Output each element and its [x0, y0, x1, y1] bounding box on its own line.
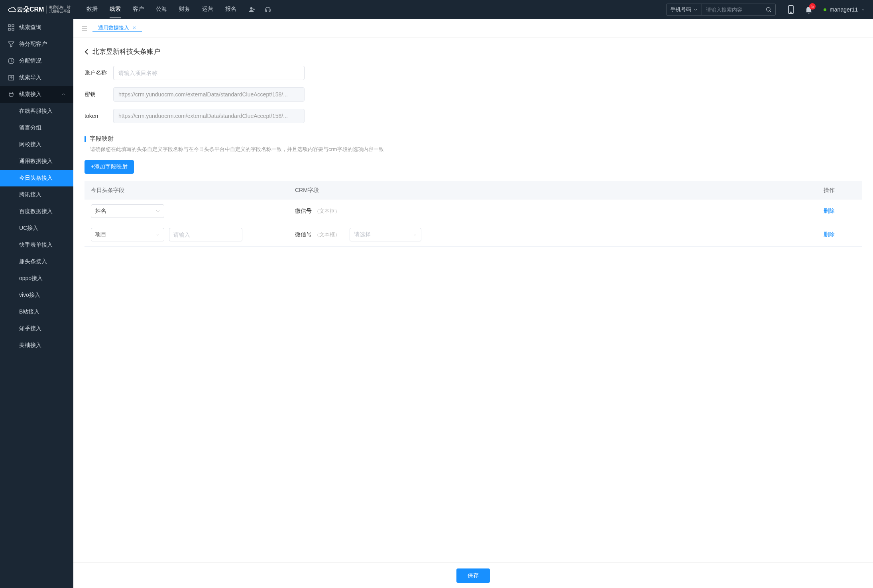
sidebar: 线索查询待分配客户分配情况线索导入线索接入在线客服接入留言分组网校接入通用数据接… [0, 19, 73, 588]
crm-field-display: 微信号（文本框）请选择 [295, 228, 824, 241]
nav-item[interactable]: 公海 [156, 1, 167, 18]
sidebar-sub-item[interactable]: vivo接入 [0, 287, 73, 304]
sidebar-item[interactable]: 线索接入 [0, 86, 73, 103]
account-name-row: 账户名称 [85, 66, 862, 80]
toutiao-field-select[interactable]: 姓名 [91, 204, 164, 218]
secret-row: 密钥 [85, 87, 862, 102]
sidebar-item[interactable]: 线索导入 [0, 69, 73, 86]
chevron-down-icon [156, 233, 160, 236]
sidebar-sub-item[interactable]: 百度数据接入 [0, 203, 73, 220]
nav-item[interactable]: 运营 [202, 1, 213, 18]
account-name-input[interactable] [113, 66, 305, 80]
nav-item[interactable]: 报名 [225, 1, 236, 18]
close-icon[interactable]: ✕ [132, 25, 136, 31]
sidebar-item-label: 线索查询 [19, 24, 41, 31]
svg-rect-5 [12, 25, 14, 27]
account-name-label: 账户名称 [85, 69, 113, 76]
sidebar-sub-item[interactable]: 趣头条接入 [0, 253, 73, 270]
top-nav: 数据线索客户公海财务运营报名 [87, 1, 236, 18]
sidebar-sub-item[interactable]: 腾讯接入 [0, 186, 73, 203]
sidebar-item[interactable]: 线索查询 [0, 19, 73, 36]
th-action: 操作 [824, 187, 855, 194]
delete-row-link[interactable]: 删除 [824, 231, 835, 237]
cloud-icon [8, 6, 17, 13]
save-button[interactable]: 保存 [456, 568, 490, 583]
token-row: token [85, 109, 862, 123]
page-content: 北京昱新科技头条账户 账户名称 密钥 token 字段映射 [73, 37, 873, 588]
chevron-down-icon [861, 8, 865, 11]
crm-field-type: （文本框） [314, 231, 340, 238]
chevron-up-icon [61, 93, 65, 96]
secret-input[interactable] [113, 87, 305, 102]
sidebar-item-label: 线索接入 [19, 91, 41, 98]
header-tool-icons [248, 6, 271, 13]
chevron-down-icon [694, 8, 698, 11]
sidebar-sub-item[interactable]: B站接入 [0, 304, 73, 320]
svg-rect-4 [8, 25, 10, 27]
filter-icon [8, 41, 14, 47]
delete-row-link[interactable]: 删除 [824, 208, 835, 214]
brand-name: 云朵CRM [17, 6, 44, 14]
sidebar-sub-item[interactable]: 知乎接入 [0, 320, 73, 337]
toutiao-field-text-input[interactable] [169, 228, 242, 241]
phone-icon[interactable] [788, 5, 794, 14]
sidebar-sub-item[interactable]: 今日头条接入 [0, 170, 73, 186]
mapping-section-desc: 请确保您在此填写的头条自定义字段名称与在今日头条平台中自定义的字段名称一致，并且… [90, 146, 862, 153]
token-input[interactable] [113, 109, 305, 123]
global-search: 手机号码 [666, 4, 776, 16]
tab-bar: 通用数据接入✕ [73, 19, 873, 37]
table-row: 项目微信号（文本框）请选择删除 [85, 223, 862, 247]
tab-label: 通用数据接入 [98, 24, 129, 31]
crm-field-select[interactable]: 请选择 [350, 228, 421, 241]
mapping-section-title: 字段映射 [90, 135, 114, 143]
svg-rect-7 [12, 28, 14, 30]
nav-item[interactable]: 客户 [133, 1, 144, 18]
svg-point-1 [767, 8, 770, 11]
user-menu[interactable]: manager11 [824, 6, 865, 13]
sidebar-item-label: 待分配客户 [19, 41, 47, 48]
select-value: 项目 [95, 231, 106, 238]
sidebar-sub-item[interactable]: 网校接入 [0, 136, 73, 153]
status-dot-icon [824, 8, 826, 11]
search-button[interactable] [762, 4, 775, 15]
nav-item[interactable]: 线索 [110, 1, 121, 18]
sidebar-sub-item[interactable]: oppo接入 [0, 270, 73, 287]
brand-subtitle: 教育机构一站 式服务云平台 [46, 6, 71, 14]
sidebar-sub-item[interactable]: UC接入 [0, 220, 73, 237]
toutiao-field-select[interactable]: 项目 [91, 228, 164, 241]
footer-bar: 保存 [73, 563, 873, 588]
section-accent-bar [85, 136, 86, 142]
notifications-button[interactable]: 5 [805, 6, 812, 14]
sidebar-sub-item[interactable]: 在线客服接入 [0, 103, 73, 120]
th-crm-field: CRM字段 [290, 187, 824, 194]
tab[interactable]: 通用数据接入✕ [92, 24, 142, 32]
headset-icon[interactable] [264, 6, 271, 13]
chevron-down-icon [156, 210, 160, 212]
user-add-icon[interactable] [248, 6, 256, 13]
nav-item[interactable]: 财务 [179, 1, 190, 18]
back-button[interactable] [85, 49, 88, 55]
clock-icon [8, 58, 14, 64]
notification-badge: 5 [809, 3, 816, 10]
sidebar-collapse-button[interactable] [77, 25, 92, 31]
sidebar-item-label: 线索导入 [19, 74, 41, 81]
sidebar-item[interactable]: 分配情况 [0, 53, 73, 69]
sidebar-sub-item[interactable]: 通用数据接入 [0, 153, 73, 170]
secret-label: 密钥 [85, 91, 113, 98]
sidebar-sub-item[interactable]: 留言分组 [0, 120, 73, 136]
mapping-section-head: 字段映射 [85, 135, 862, 143]
th-toutiao-field: 今日头条字段 [91, 187, 290, 194]
page-header: 北京昱新科技头条账户 [85, 47, 862, 56]
sidebar-sub-item[interactable]: 美柚接入 [0, 337, 73, 354]
sidebar-item[interactable]: 待分配客户 [0, 36, 73, 53]
add-field-mapping-button[interactable]: +添加字段映射 [85, 160, 134, 174]
search-input[interactable] [702, 7, 762, 13]
top-header: 云朵CRM 教育机构一站 式服务云平台 数据线索客户公海财务运营报名 手机号码 [0, 0, 873, 19]
search-type-select[interactable]: 手机号码 [667, 4, 702, 15]
svg-point-0 [250, 7, 253, 10]
grid-icon [8, 24, 14, 31]
svg-point-3 [790, 12, 791, 13]
table-row: 姓名微信号（文本框）删除 [85, 200, 862, 223]
nav-item[interactable]: 数据 [87, 1, 98, 18]
sidebar-sub-item[interactable]: 快手表单接入 [0, 237, 73, 253]
